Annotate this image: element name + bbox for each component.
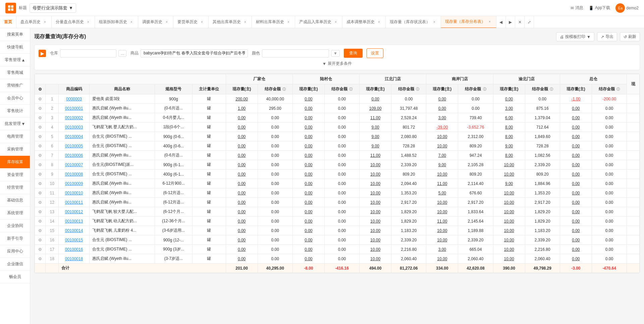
cell-fj-qty[interactable]: 0.00 <box>226 207 258 217</box>
tab-home[interactable]: 首页 <box>0 16 16 28</box>
cell-lc-qty[interactable]: 0.00 <box>292 94 324 104</box>
sidebar-item-wholesale-mgmt[interactable]: 批发管理 ▼ <box>0 118 30 130</box>
cell-code[interactable]: 00100006 <box>59 151 89 160</box>
cell-yb-qty[interactable]: 10.00 <box>493 160 525 170</box>
app-download-btn[interactable]: 📱 App下载 <box>589 5 610 11</box>
cell-code[interactable]: 00100011 <box>59 198 89 207</box>
tab-chanpin[interactable]: 产成品入库单历史 × <box>295 16 342 28</box>
cell-gear[interactable]: ⚙ <box>35 198 46 207</box>
cell-gear[interactable]: ⚙ <box>35 235 46 245</box>
cell-lc-qty[interactable]: 0.00 <box>292 113 324 123</box>
cell-code[interactable]: 00100004 <box>59 132 89 141</box>
cell-code[interactable]: 00100012 <box>59 207 89 217</box>
cell-lc-qty[interactable]: 0.00 <box>292 141 324 151</box>
sidebar-item-search[interactable]: 搜索英单 <box>0 28 30 41</box>
tab-pandian[interactable]: 盘点单历史 × <box>16 16 52 28</box>
cell-code[interactable]: 00100003 <box>59 123 89 132</box>
cell-gear[interactable]: ⚙ <box>35 104 46 113</box>
cell-code[interactable]: 00100008 <box>59 170 89 179</box>
cell-jb-qty[interactable]: 10.00 <box>360 226 391 235</box>
industry-selector[interactable]: 母婴行业演示陈套 ▼ <box>30 3 76 13</box>
cell-lc-qty[interactable]: 0.00 <box>292 123 324 132</box>
cell-fj-qty[interactable]: 0.00 <box>226 132 258 141</box>
tab-kucun-status[interactable]: 现存量（库存状况表）× <box>386 16 441 28</box>
tab-kucun-dist[interactable]: 现存量（库存分布表）× <box>441 16 496 28</box>
export-btn[interactable]: ↗ 导出 <box>597 32 617 41</box>
cell-gear[interactable]: ⚙ <box>35 245 46 254</box>
cell-jb-qty[interactable]: 9.00 <box>360 123 391 132</box>
cell-code[interactable]: 00100009 <box>59 179 89 188</box>
tab-close-7[interactable]: × <box>286 20 291 25</box>
sidebar-item-operations[interactable]: 经营管理 <box>0 181 30 194</box>
goods-input[interactable] <box>141 49 248 57</box>
cell-na-qty[interactable]: 10.00 <box>426 170 458 179</box>
cell-yb-qty[interactable]: 10.00 <box>493 226 525 235</box>
cell-fj-qty[interactable]: 0.00 <box>226 217 258 226</box>
cell-gear[interactable]: ⚙ <box>35 151 46 160</box>
cell-fj-qty[interactable]: 0.00 <box>226 254 258 264</box>
message-btn[interactable]: ✉ 消息 <box>571 5 583 11</box>
cell-jb-qty[interactable]: 11.00 <box>360 151 391 160</box>
cell-gear[interactable]: ⚙ <box>35 207 46 217</box>
cell-jb-qty[interactable]: 11.00 <box>360 113 391 123</box>
cell-lc-qty[interactable]: 0.00 <box>292 160 324 170</box>
cell-zc-qty[interactable]: 0.00 <box>560 170 592 179</box>
cell-zc-qty[interactable]: 0.00 <box>560 113 592 123</box>
cell-na-qty[interactable]: 0.00 <box>426 94 458 104</box>
cell-fj-qty[interactable]: 0.00 <box>226 113 258 123</box>
expand-more-btn[interactable]: ▼ 展开更多条件 <box>39 61 636 66</box>
cell-zc-qty[interactable]: 0.00 <box>560 160 592 170</box>
tab-close-5[interactable]: × <box>200 20 204 25</box>
sidebar-item-retail-mall[interactable]: 零售商城 <box>0 66 30 79</box>
cell-code[interactable]: 00100014 <box>59 226 89 235</box>
cell-zc-qty[interactable]: 0.00 <box>560 132 592 141</box>
cell-lc-qty[interactable]: 0.00 <box>292 170 324 179</box>
cell-yb-qty[interactable]: 9.00 <box>493 141 525 151</box>
cell-jb-qty[interactable]: 10.00 <box>360 254 391 264</box>
cell-jb-qty[interactable]: 10.00 <box>360 198 391 207</box>
cell-lc-qty[interactable]: 0.00 <box>292 217 324 226</box>
cell-fj-qty[interactable]: 0.00 <box>226 188 258 198</box>
cell-code[interactable]: 00100007 <box>59 160 89 170</box>
cell-lc-qty[interactable]: 0.00 <box>292 179 324 188</box>
cell-lc-qty[interactable]: 0.00 <box>292 104 324 113</box>
cell-gear[interactable]: ⚙ <box>35 132 46 141</box>
cell-code[interactable]: 0000003 <box>59 94 89 104</box>
cell-fj-qty[interactable]: 0.00 <box>226 160 258 170</box>
cell-zc-qty[interactable]: 0.00 <box>560 226 592 235</box>
sidebar-item-basic-info[interactable]: 基础信息 <box>0 194 30 207</box>
setting-btn[interactable]: 设置 <box>367 48 383 58</box>
cell-fj-qty[interactable]: 0.00 <box>226 226 258 235</box>
cell-na-qty[interactable]: 5.00 <box>426 188 458 198</box>
cell-jb-qty[interactable]: 9.00 <box>360 132 391 141</box>
cell-lc-qty[interactable]: 0.00 <box>292 198 324 207</box>
cell-na-qty[interactable]: 9.00 <box>426 160 458 170</box>
cell-na-qty[interactable]: 0.00 <box>426 104 458 113</box>
cell-yb-qty[interactable]: 10.00 <box>493 235 525 245</box>
cell-yb-qty[interactable]: 3.00 <box>493 104 525 113</box>
cell-yb-qty[interactable]: 10.00 <box>493 217 525 226</box>
cell-zc-qty[interactable]: 0.00 <box>560 151 592 160</box>
cell-jb-qty[interactable]: 10.00 <box>360 160 391 170</box>
sidebar-item-retail-mgmt[interactable]: 零售管理 ▲ <box>0 54 30 66</box>
sidebar-item-apps[interactable]: 应用中心 <box>0 245 30 258</box>
sidebar-item-wechat-work[interactable]: 企业微信 <box>0 258 30 271</box>
tab-next-btn[interactable]: ▶ <box>506 16 515 28</box>
cell-fj-qty[interactable]: 0.00 <box>226 151 258 160</box>
sidebar-item-marketing[interactable]: 营销推广 <box>0 79 30 92</box>
cell-zc-qty[interactable]: 0.00 <box>560 217 592 226</box>
cell-code[interactable]: 00100015 <box>59 235 89 245</box>
cell-na-qty[interactable]: 10.00 <box>426 226 458 235</box>
cell-yb-qty[interactable]: 8.00 <box>493 151 525 160</box>
cell-gear[interactable]: ⚙ <box>35 141 46 151</box>
cell-na-qty[interactable]: 10.00 <box>426 198 458 207</box>
refresh-btn[interactable]: ↺ 刷新 <box>620 32 640 41</box>
sidebar-item-ecommerce[interactable]: 电商管理 <box>0 130 30 143</box>
cell-yb-qty[interactable]: 6.00 <box>493 113 525 123</box>
cell-gear[interactable]: ⚙ <box>35 254 46 264</box>
cell-zc-qty[interactable]: 0.00 <box>560 104 592 113</box>
warehouse-input[interactable] <box>60 49 116 57</box>
cell-lc-qty[interactable]: 0.00 <box>292 245 324 254</box>
cell-fj-qty[interactable]: 0.00 <box>226 179 258 188</box>
cell-na-qty[interactable]: 3.00 <box>426 113 458 123</box>
